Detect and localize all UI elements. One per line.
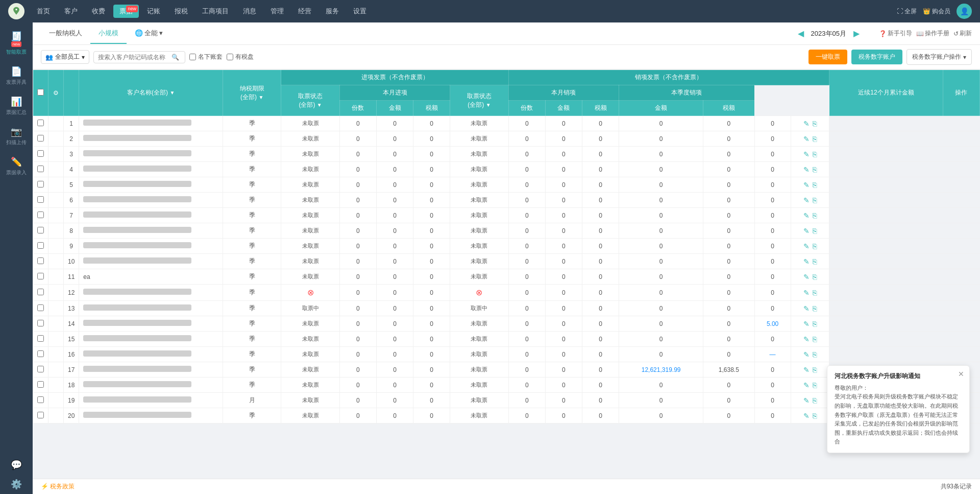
copy-icon[interactable]: ⎘: [813, 135, 817, 143]
nav-item-settings[interactable]: 设置: [347, 5, 373, 18]
refresh-btn[interactable]: ↺ 刷新: [953, 29, 972, 38]
edit-icon[interactable]: ✎: [803, 335, 810, 343]
copy-icon[interactable]: ⎘: [813, 396, 817, 405]
row-checkbox[interactable]: [37, 412, 44, 418]
row-checkbox[interactable]: [37, 273, 44, 279]
row-checkbox[interactable]: [37, 381, 44, 388]
edit-icon[interactable]: ✎: [803, 196, 810, 204]
row-checkbox[interactable]: [37, 350, 44, 357]
row-checkbox[interactable]: [37, 166, 44, 172]
edit-icon[interactable]: ✎: [803, 166, 810, 174]
edit-icon[interactable]: ✎: [803, 381, 810, 389]
staff-select[interactable]: 👥 全部员工 ▾: [41, 50, 89, 64]
row-checkbox[interactable]: [37, 304, 44, 311]
nav-item-biz[interactable]: 工商项目: [196, 5, 235, 18]
edit-icon[interactable]: ✎: [803, 366, 810, 374]
edit-icon[interactable]: ✎: [803, 320, 810, 328]
nav-item-tax[interactable]: 报税: [168, 5, 194, 18]
copy-icon[interactable]: ⎘: [813, 181, 817, 189]
edit-icon[interactable]: ✎: [803, 135, 810, 143]
copy-icon[interactable]: ⎘: [813, 120, 817, 128]
quick-ticket-btn[interactable]: 一键取票: [808, 50, 847, 64]
copy-icon[interactable]: ⎘: [813, 381, 817, 389]
row-checkbox[interactable]: [37, 181, 44, 187]
tab-small-scale[interactable]: 小规模: [90, 23, 127, 44]
sidebar-item-smart-ticket[interactable]: 🧾 new 智能取票: [2, 27, 31, 60]
fullscreen-btn[interactable]: ⛶ 全屏: [897, 7, 917, 16]
copy-icon[interactable]: ⎘: [813, 289, 817, 297]
sidebar-item-ticket-entry[interactable]: ✏️ 票据录入: [2, 152, 31, 180]
avatar[interactable]: 👤: [957, 4, 972, 19]
copy-icon[interactable]: ⎘: [813, 350, 817, 359]
copy-icon[interactable]: ⎘: [813, 150, 817, 158]
edit-icon[interactable]: ✎: [803, 227, 810, 235]
copy-icon[interactable]: ⎘: [813, 242, 817, 250]
digital-account-btn[interactable]: 税务数字账户: [851, 50, 902, 64]
notice-close-btn[interactable]: ✕: [958, 370, 964, 378]
edit-icon[interactable]: ✎: [803, 396, 810, 405]
edit-icon[interactable]: ✎: [803, 304, 810, 313]
nav-item-fee[interactable]: 收费: [86, 5, 111, 18]
copy-icon[interactable]: ⎘: [813, 257, 817, 266]
row-checkbox[interactable]: [37, 135, 44, 142]
copy-icon[interactable]: ⎘: [813, 412, 817, 420]
row-checkbox[interactable]: [37, 366, 44, 372]
sidebar-item-scan-upload[interactable]: 📷 扫描上传: [2, 122, 31, 150]
sidebar-item-ticket-summary[interactable]: 📊 票据汇总: [2, 92, 31, 120]
search-input[interactable]: [98, 54, 169, 61]
row-checkbox[interactable]: [37, 120, 44, 126]
nav-item-accounting[interactable]: 记账: [141, 5, 166, 18]
tab-all[interactable]: 🌐 全能 ▾: [127, 23, 171, 44]
copy-icon[interactable]: ⎘: [813, 211, 817, 220]
select-all-checkbox[interactable]: [37, 89, 44, 96]
row-checkbox[interactable]: [37, 211, 44, 218]
nav-item-ops[interactable]: 经营: [292, 5, 317, 18]
nav-item-customer[interactable]: 客户: [58, 5, 84, 18]
edit-icon[interactable]: ✎: [803, 350, 810, 359]
row-checkbox[interactable]: [37, 396, 44, 403]
checkbox-taxbox[interactable]: 有税盘: [227, 53, 254, 61]
checkbox-subledger[interactable]: 名下账套: [189, 53, 223, 61]
row-checkbox[interactable]: [37, 242, 44, 249]
nav-item-ticket[interactable]: 票据 new: [113, 5, 139, 18]
sidebar-item-chat[interactable]: 💬: [2, 455, 31, 475]
sidebar-item-invoice-open[interactable]: 📄 发票开具: [2, 62, 31, 90]
copy-icon[interactable]: ⎘: [813, 166, 817, 174]
tab-general[interactable]: 一般纳税人: [41, 23, 90, 44]
copy-icon[interactable]: ⎘: [813, 320, 817, 328]
date-prev-btn[interactable]: ◀: [795, 28, 807, 39]
edit-icon[interactable]: ✎: [803, 242, 810, 250]
copy-icon[interactable]: ⎘: [813, 366, 817, 374]
sidebar-item-gear[interactable]: ⚙️: [2, 475, 31, 494]
nav-item-home[interactable]: 首页: [31, 5, 56, 18]
digital-ops-btn[interactable]: 税务数字账户操作 ▾: [906, 49, 972, 65]
manual-btn[interactable]: 📖 操作手册: [916, 29, 949, 38]
nav-item-manage[interactable]: 管理: [264, 5, 290, 18]
copy-icon[interactable]: ⎘: [813, 227, 817, 235]
row-checkbox[interactable]: [37, 257, 44, 264]
edit-icon[interactable]: ✎: [803, 181, 810, 189]
nav-item-service[interactable]: 服务: [320, 5, 345, 18]
member-btn[interactable]: 👑 购会员: [923, 7, 950, 16]
row-checkbox[interactable]: [37, 320, 44, 326]
nav-item-msg[interactable]: 消息: [237, 5, 262, 18]
guide-btn[interactable]: ❓ 新手引导: [879, 29, 912, 38]
copy-icon[interactable]: ⎘: [813, 273, 817, 281]
tax-policy-link[interactable]: ⚡ 税务政策: [41, 482, 75, 491]
row-checkbox[interactable]: [37, 335, 44, 342]
edit-icon[interactable]: ✎: [803, 273, 810, 281]
row-checkbox[interactable]: [37, 150, 44, 157]
edit-icon[interactable]: ✎: [803, 257, 810, 266]
edit-icon[interactable]: ✎: [803, 211, 810, 220]
search-icon[interactable]: 🔍: [172, 54, 179, 61]
table-config-icon[interactable]: ⚙: [53, 89, 59, 97]
copy-icon[interactable]: ⎘: [813, 196, 817, 204]
row-checkbox[interactable]: [37, 289, 44, 295]
edit-icon[interactable]: ✎: [803, 150, 810, 158]
row-checkbox[interactable]: [37, 227, 44, 233]
date-next-btn[interactable]: ▶: [850, 28, 863, 39]
row-checkbox[interactable]: [37, 196, 44, 203]
copy-icon[interactable]: ⎘: [813, 304, 817, 313]
copy-icon[interactable]: ⎘: [813, 335, 817, 343]
edit-icon[interactable]: ✎: [803, 289, 810, 297]
